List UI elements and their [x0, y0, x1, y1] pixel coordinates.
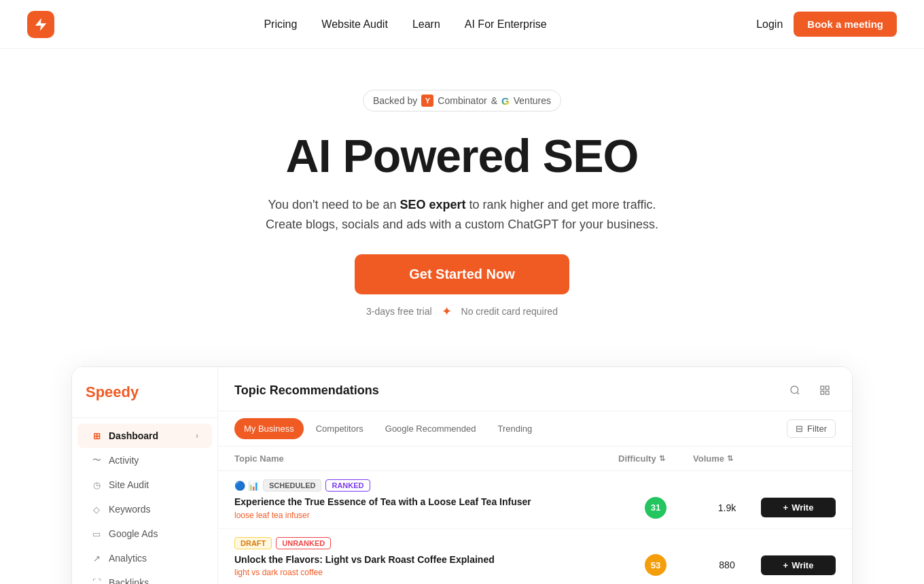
google-icon: G [501, 95, 510, 107]
arrow-icon: › [196, 431, 198, 441]
page-title: Topic Recommendations [234, 383, 379, 398]
tab-trending[interactable]: Trending [488, 418, 541, 439]
badge-draft-2: DRAFT [234, 537, 272, 549]
nav-learn[interactable]: Learn [412, 18, 440, 31]
col-volume[interactable]: Volume ⇅ [693, 453, 761, 464]
tab-my-business[interactable]: My Business [234, 418, 304, 439]
dashboard-icon: ⊞ [91, 430, 102, 441]
navbar: Pricing Website Audit Learn AI For Enter… [0, 0, 924, 49]
nav-actions: Login Book a meeting [756, 12, 897, 37]
volume-2: 880 [693, 560, 761, 570]
sidebar-item-dashboard[interactable]: ⊞ Dashboard › [77, 424, 212, 448]
sidebar-item-backlinks[interactable]: ⛶ Backlinks [77, 570, 212, 584]
sidebar-label-keywords: Keywords [109, 504, 150, 515]
sort-volume-icon: ⇅ [727, 454, 733, 463]
sidebar: Speedy ⊞ Dashboard › 〜 Activity ◷ Site A… [72, 367, 218, 584]
sidebar-label-dashboard: Dashboard [109, 430, 158, 441]
sidebar-item-activity[interactable]: 〜 Activity [77, 448, 212, 473]
google-ads-icon: ▭ [91, 528, 102, 539]
separator-icon: ✦ [442, 304, 452, 319]
book-meeting-button[interactable]: Book a meeting [794, 12, 897, 37]
login-button[interactable]: Login [756, 18, 783, 31]
table-row: 🔵 📊 SCHEDULED RANKED Experience the True… [218, 471, 852, 528]
row-badges-2: DRAFT UNRANKED [234, 537, 836, 549]
row-content-1: Experience the True Essence of Tea with … [234, 496, 836, 519]
write-button-1[interactable]: + Write [761, 498, 836, 517]
sidebar-item-keywords[interactable]: ◇ Keywords [77, 497, 212, 521]
topic-tabs: My Business Competitors Google Recommend… [234, 418, 541, 439]
nav-pricing[interactable]: Pricing [264, 18, 297, 31]
sort-difficulty-icon: ⇅ [659, 454, 665, 463]
sidebar-divider [72, 417, 217, 418]
sidebar-label-backlinks: Backlinks [109, 577, 149, 584]
filter-icon: ⊟ [796, 424, 803, 434]
main-content: Topic Recommendations My Business Compet… [218, 367, 852, 584]
write-button-2[interactable]: + Write [761, 555, 836, 575]
sidebar-item-google-ads[interactable]: ▭ Google Ads [77, 521, 212, 546]
trial-text: 3-days free trial [366, 306, 431, 317]
nav-links: Pricing Website Audit Learn AI For Enter… [264, 18, 546, 31]
plus-icon-2: + [783, 560, 789, 570]
svg-rect-4 [825, 392, 829, 395]
header-icons [784, 379, 836, 401]
volume-1: 1.9k [693, 502, 761, 513]
table-row: DRAFT UNRANKED Unlock the Flavors: Light… [218, 529, 852, 584]
row-keyword-2: light vs dark roast coffee [234, 568, 618, 577]
yc-icon: Y [421, 95, 433, 107]
ventures-text: Ventures [514, 95, 551, 106]
difficulty-2: 53 [618, 554, 693, 576]
svg-rect-2 [821, 386, 824, 390]
get-started-button[interactable]: Get Started Now [355, 254, 569, 294]
badge-ranked-1: RANKED [325, 479, 370, 492]
app-preview: Speedy ⊞ Dashboard › 〜 Activity ◷ Site A… [71, 366, 853, 584]
sidebar-item-analytics[interactable]: ↗ Analytics [77, 546, 212, 570]
backlinks-icon: ⛶ [91, 577, 102, 584]
main-header: Topic Recommendations [218, 367, 852, 411]
filter-button[interactable]: ⊟ Filter [787, 419, 836, 438]
badge-scheduled-1: SCHEDULED [263, 479, 321, 492]
hero-section: Backed by Y Combinator & G Ventures AI P… [0, 49, 924, 346]
hero-subtext: 3-days free trial ✦ No credit card requi… [14, 304, 910, 319]
app-logo: Speedy [72, 378, 217, 415]
row-content-2: Unlock the Flavors: Light vs Dark Roast … [234, 553, 836, 577]
hero-subtitle: You don't need to be an SEO expert to ra… [14, 195, 910, 235]
badge-unranked-2: UNRANKED [276, 537, 331, 549]
row-keyword-1: loose leaf tea infuser [234, 511, 618, 520]
sidebar-label-activity: Activity [109, 455, 139, 466]
logo-icon[interactable] [27, 11, 54, 38]
sidebar-label-analytics: Analytics [109, 553, 147, 564]
expand-icon[interactable] [814, 379, 836, 401]
svg-rect-5 [821, 392, 824, 395]
site-audit-icon: ◷ [91, 479, 102, 490]
filter-label: Filter [807, 424, 827, 434]
backer-badge: Backed by Y Combinator & G Ventures [363, 90, 561, 111]
nav-ai-enterprise[interactable]: AI For Enterprise [465, 18, 547, 31]
plus-icon-1: + [783, 502, 789, 513]
scheduled-icons: 🔵 📊 [234, 481, 259, 491]
svg-line-1 [797, 392, 799, 394]
svg-rect-3 [825, 386, 829, 390]
difficulty-1: 31 [618, 497, 693, 519]
row-title-1: Experience the True Essence of Tea with … [234, 496, 618, 508]
keywords-icon: ◇ [91, 504, 102, 515]
analytics-icon: ↗ [91, 553, 102, 564]
nav-website-audit[interactable]: Website Audit [321, 18, 388, 31]
svg-point-0 [791, 386, 798, 394]
sidebar-item-site-audit[interactable]: ◷ Site Audit [77, 473, 212, 497]
sidebar-label-google-ads: Google Ads [109, 528, 158, 539]
row-title-2: Unlock the Flavors: Light vs Dark Roast … [234, 553, 618, 566]
sidebar-label-site-audit: Site Audit [109, 479, 149, 490]
badge-text: Backed by [373, 95, 417, 106]
difficulty-value-1: 31 [645, 497, 667, 519]
row-badges-1: 🔵 📊 SCHEDULED RANKED [234, 479, 836, 492]
col-topic-name: Topic Name [234, 453, 618, 464]
tab-competitors[interactable]: Competitors [306, 418, 373, 439]
tab-google-recommended[interactable]: Google Recommended [376, 418, 486, 439]
activity-icon: 〜 [91, 455, 102, 466]
difficulty-value-2: 53 [645, 554, 667, 576]
search-icon[interactable] [784, 379, 806, 401]
hero-title: AI Powered SEO [14, 131, 910, 182]
no-card-text: No credit card required [461, 306, 558, 317]
col-difficulty[interactable]: Difficulty ⇅ [618, 453, 693, 464]
and-text: & [491, 95, 497, 106]
